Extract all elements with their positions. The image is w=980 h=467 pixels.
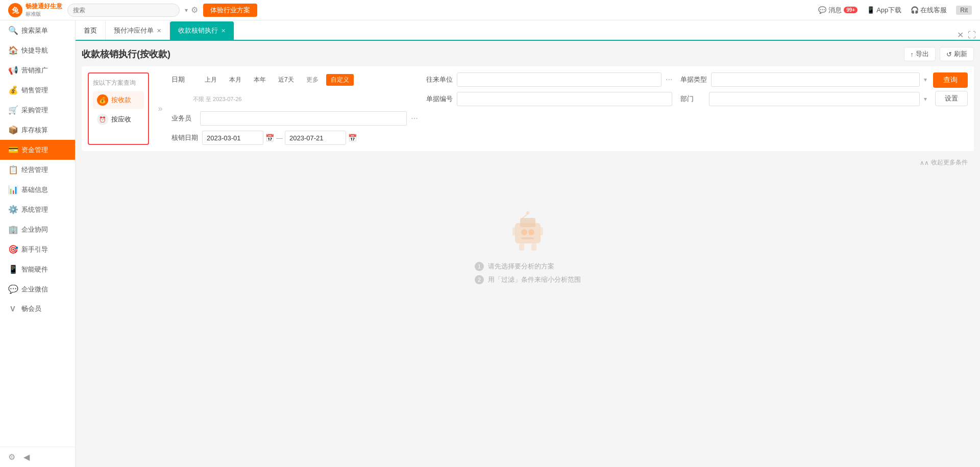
export-icon: ↑ xyxy=(911,51,914,58)
svg-point-4 xyxy=(521,229,527,235)
sidebar-item-purchase[interactable]: 🛒 采购管理 xyxy=(0,100,75,120)
member-icon: V xyxy=(8,305,17,313)
export-button[interactable]: ↑ 导出 xyxy=(904,47,936,61)
top-search-input[interactable] xyxy=(67,4,180,17)
industry-btn[interactable]: 体验行业方案 xyxy=(203,4,257,17)
sidebar-label-business: 经营管理 xyxy=(21,165,48,175)
app-logo: 兔 畅捷通好生意 标准版 xyxy=(8,2,62,18)
newbie-icon: 🎯 xyxy=(8,244,17,254)
date-chip-custom[interactable]: 自定义 xyxy=(326,74,354,86)
sidebar-item-basic[interactable]: 📊 基础信息 xyxy=(0,180,75,200)
sidebar-item-enterprise[interactable]: 🏢 企业协同 xyxy=(0,219,75,239)
sidebar-item-system[interactable]: ⚙️ 系统管理 xyxy=(0,200,75,219)
sidebar-item-search-menu[interactable]: 🔍 搜索菜单 xyxy=(0,20,75,40)
collapse-conditions-btn[interactable]: ∧∧ 收起更多条件 xyxy=(920,158,968,167)
collapse-sidebar-icon[interactable]: ◀ xyxy=(23,452,30,462)
search-panel: 按以下方案查询 💰 按收款 ⏰ 按应收 » 日期 xyxy=(82,66,974,151)
sidebar-item-marketing[interactable]: 📢 营销推广 xyxy=(0,60,75,80)
tab-receipt-label: 收款核销执行 xyxy=(178,26,218,35)
salesperson-more-btn[interactable]: ··· xyxy=(411,114,418,123)
doc-no-label: 单据编号 xyxy=(426,94,453,104)
hint-num-2: 2 xyxy=(475,275,484,284)
query-option-by-receipt[interactable]: 💰 按收款 xyxy=(93,91,144,109)
sidebar-item-business[interactable]: 📋 经营管理 xyxy=(0,160,75,180)
refresh-label: 刷新 xyxy=(954,50,967,59)
verify-date-end-input[interactable] xyxy=(285,131,346,145)
settings-button[interactable]: 设置 xyxy=(935,91,968,106)
salesperson-input[interactable] xyxy=(200,111,407,126)
doc-no-input[interactable] xyxy=(457,92,673,106)
tab-expand-icon[interactable]: ⛶ xyxy=(968,31,976,40)
sidebar: 🔍 搜索菜单 🏠 快捷导航 📢 营销推广 💰 销售管理 🛒 采购管理 📦 库存核… xyxy=(0,20,76,467)
sidebar-label-purchase: 采购管理 xyxy=(21,106,48,115)
sidebar-item-newbie[interactable]: 🎯 新手引导 xyxy=(0,239,75,259)
search-button[interactable]: 查询 xyxy=(933,72,968,88)
tab-receipt[interactable]: 收款核销执行 ✕ xyxy=(170,21,234,40)
online-service-btn[interactable]: 🎧 在线客服 xyxy=(911,6,947,15)
sidebar-label-wechat: 企业微信 xyxy=(21,285,48,294)
cal-end-icon[interactable]: 📅 xyxy=(348,134,357,142)
app-name: 畅捷通好生意 xyxy=(26,2,62,11)
tab-prepay[interactable]: 预付冲应付单 ✕ xyxy=(106,21,170,40)
query-panel-collapse-btn[interactable]: » xyxy=(155,72,165,145)
chevron-down-icon[interactable]: ▾ xyxy=(185,7,188,14)
sidebar-item-sales[interactable]: 💰 销售管理 xyxy=(0,80,75,100)
empty-hint-1: 1 请先选择要分析的方案 xyxy=(475,262,581,271)
cal-start-icon[interactable]: 📅 xyxy=(265,134,274,142)
sidebar-item-wechat[interactable]: 💬 企业微信 xyxy=(0,279,75,299)
empty-state: 1 请先选择要分析的方案 2 用「过滤」条件来缩小分析范围 xyxy=(82,167,974,305)
refresh-icon: ↺ xyxy=(946,51,952,58)
sidebar-label-marketing: 营销推广 xyxy=(21,66,48,75)
sidebar-item-quick-nav[interactable]: 🏠 快捷导航 xyxy=(0,40,75,60)
query-type-label: 按以下方案查询 xyxy=(93,79,144,87)
filter-doc-no-row: 单据编号 xyxy=(426,92,673,106)
tab-close-all-icon[interactable]: ✕ xyxy=(957,30,964,40)
date-chip-more[interactable]: 更多 xyxy=(302,74,323,86)
app-download-btn[interactable]: 📱 App下载 xyxy=(867,6,901,15)
date-chip-last-month[interactable]: 上月 xyxy=(200,74,222,86)
partner-more-btn[interactable]: ··· xyxy=(666,75,672,84)
verify-date-label: 核销日期 xyxy=(172,133,198,142)
date-chip-this-month[interactable]: 本月 xyxy=(225,74,246,86)
date-options: 上月 本月 本年 近7天 更多 自定义 xyxy=(200,74,354,86)
message-btn[interactable]: 💬 消息 99+ xyxy=(818,6,857,15)
sidebar-item-inventory[interactable]: 📦 库存核算 xyxy=(0,120,75,140)
filter-date-row: 日期 上月 本月 本年 近7天 更多 自定义 xyxy=(172,72,418,87)
filter-partner-row: 往来单位 ··· xyxy=(426,72,673,87)
tab-receipt-close[interactable]: ✕ xyxy=(221,28,226,34)
app-download-label: App下载 xyxy=(876,6,901,15)
sidebar-label-search-menu: 搜索菜单 xyxy=(21,26,48,35)
sidebar-item-hardware[interactable]: 📱 智能硬件 xyxy=(0,259,75,279)
enterprise-icon: 🏢 xyxy=(8,225,17,234)
filter-salesperson-row: 业务员 ··· xyxy=(172,111,418,126)
filter-dept-row: 部门 ▾ xyxy=(680,92,927,106)
tab-home[interactable]: 首页 xyxy=(76,21,106,40)
dept-select[interactable] xyxy=(709,92,920,106)
refresh-button[interactable]: ↺ 刷新 xyxy=(940,47,974,61)
date-chip-this-year[interactable]: 本年 xyxy=(249,74,271,86)
svg-rect-6 xyxy=(522,237,534,239)
sidebar-item-capital[interactable]: 💳 资金管理 xyxy=(0,140,75,160)
service-icon: 🎧 xyxy=(911,6,919,14)
sidebar-label-quick-nav: 快捷导航 xyxy=(21,46,48,55)
dept-chevron[interactable]: ▾ xyxy=(924,95,927,103)
date-chip-7days[interactable]: 近7天 xyxy=(274,74,299,86)
date-range-separator: — xyxy=(276,134,283,142)
empty-hint-2: 2 用「过滤」条件来缩小分析范围 xyxy=(475,275,581,284)
sidebar-item-member[interactable]: V 畅会员 xyxy=(0,299,75,318)
partner-input[interactable] xyxy=(457,72,662,87)
hint-text-2: 用「过滤」条件来缩小分析范围 xyxy=(488,275,581,284)
tab-prepay-close[interactable]: ✕ xyxy=(157,28,161,34)
query-option-by-receivable[interactable]: ⏰ 按应收 xyxy=(93,111,144,128)
sidebar-label-member: 畅会员 xyxy=(21,304,41,313)
tab-prepay-label: 预付冲应付单 xyxy=(114,26,154,35)
gear-icon[interactable]: ⚙ xyxy=(191,5,198,15)
user-menu[interactable]: Rit xyxy=(956,6,972,15)
doc-type-chevron[interactable]: ▾ xyxy=(924,76,927,83)
doc-type-select[interactable] xyxy=(711,72,920,87)
doc-type-label: 单据类型 xyxy=(680,75,707,84)
purchase-icon: 🛒 xyxy=(8,105,17,115)
home-icon: 🏠 xyxy=(8,45,17,55)
verify-date-start-input[interactable] xyxy=(202,131,263,145)
settings-bottom-icon[interactable]: ⚙ xyxy=(8,452,15,462)
